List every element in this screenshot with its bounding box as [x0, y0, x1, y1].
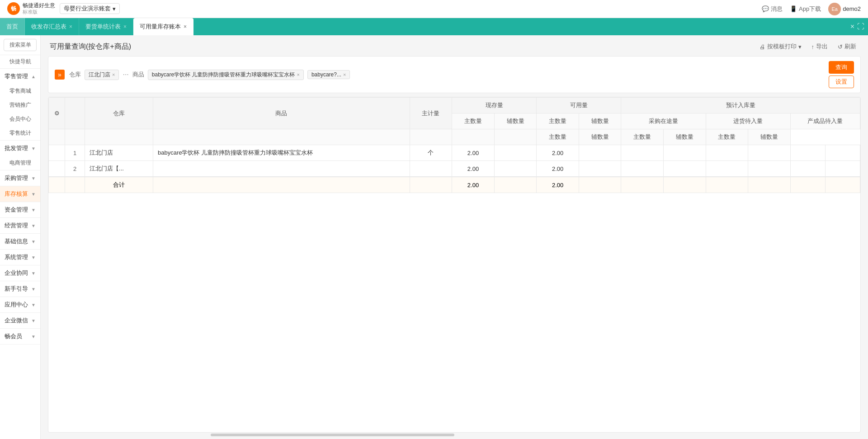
col-product-pending-aux: 辅数量	[748, 129, 791, 145]
phone-icon: 📱	[790, 5, 797, 12]
chevron-down-icon4: ▼	[31, 208, 36, 212]
table-header-row3: 主数量 辅数量 主数量 辅数量 主数量 辅数量	[49, 129, 860, 145]
sidebar-finance-header[interactable]: 资金管理 ▼	[0, 202, 40, 217]
chevron-down-icon7: ▼	[31, 255, 36, 260]
chevron-down-icon9: ▼	[31, 287, 36, 292]
message-icon: 💬	[762, 5, 769, 12]
product-tag2: babycare?... ×	[307, 70, 350, 79]
tab-close-receipt[interactable]: ×	[69, 24, 72, 30]
warehouse-more-btn[interactable]: ···	[123, 71, 128, 79]
col-current-main-header: 主数量	[452, 113, 495, 129]
tab-available-stock[interactable]: 可用量库存账本 ×	[133, 18, 193, 35]
sidebar-member-header[interactable]: 畅会员 ▼	[0, 329, 40, 344]
col-product-header: 商品	[153, 98, 410, 129]
sidebar-section-purchase: 采购管理 ▼	[0, 170, 40, 186]
message-btn[interactable]: 💬 消息	[762, 5, 783, 13]
col-purchase-onway-main: 主数量	[537, 129, 579, 145]
col-available-header: 可用量	[537, 98, 621, 113]
logo-icon: 畅	[7, 2, 20, 15]
refresh-btn[interactable]: ↺ 刷新	[835, 41, 859, 52]
data-table: ⚙ 仓库 商品 主计量 现存量 可用量 预计入库量 主数量 辅数量 主数量	[48, 97, 860, 193]
product-label: 商品	[132, 71, 144, 79]
sidebar-section-retail: 零售管理 ▲ 零售商城 营销推广 会员中心 零售统计	[0, 69, 40, 141]
col-avail-main-header: 主数量	[537, 113, 579, 129]
sidebar-newbie-header[interactable]: 新手引导 ▼	[0, 281, 40, 297]
warehouse-label: 仓库	[69, 71, 81, 79]
table-footer: 合计 2.00 2.00	[49, 177, 860, 193]
top-bar-right: 💬 消息 📱 App下载 Ea demo2	[762, 3, 861, 15]
table-body: 1 江北门店 babycare学饮杯 儿童防摔防撞吸管杯重力球吸嘴杯宝宝水杯 个…	[49, 145, 860, 177]
settings-col-header[interactable]: ⚙	[49, 98, 65, 129]
warehouse-tag: 江北门店 ×	[85, 70, 119, 80]
chevron-down-icon8: ▼	[31, 271, 36, 276]
print-icon: 🖨	[760, 43, 765, 50]
app-download-btn[interactable]: 📱 App下载	[790, 5, 821, 13]
sidebar-basic-header[interactable]: 基础信息 ▼	[0, 234, 40, 249]
col-current-stock-header: 现存量	[452, 98, 537, 113]
sidebar-retail-header[interactable]: 零售管理 ▲	[0, 69, 40, 84]
tab-receipt-summary[interactable]: 收发存汇总表 ×	[25, 18, 79, 35]
sidebar: 搜索菜单 快捷导航 零售管理 ▲ 零售商城 营销推广 会员中心 零售统计 批发管…	[0, 35, 41, 439]
sidebar-system-header[interactable]: 系统管理 ▼	[0, 250, 40, 265]
chevron-down-icon: ▾	[113, 5, 116, 12]
sidebar-section-system: 系统管理 ▼	[0, 250, 40, 265]
filter-row: 仓库 江北门店 × ··· 商品 babycare学饮杯 儿童防摔防撞吸管杯重力…	[69, 70, 824, 80]
sidebar-section-appcenter: 应用中心 ▼	[0, 297, 40, 313]
sidebar-wholesale-header[interactable]: 批发管理 ▼	[0, 141, 40, 156]
footer-total-row: 合计 2.00 2.00	[49, 177, 860, 193]
sidebar-enterprise-wx-header[interactable]: 企业微信 ▼	[0, 313, 40, 328]
tab-close-available[interactable]: ×	[184, 24, 187, 30]
sidebar-operations-header[interactable]: 经营管理 ▼	[0, 218, 40, 233]
col-num-header	[65, 98, 85, 129]
col-avail-aux-header: 辅数量	[579, 113, 621, 129]
product-tag2-close[interactable]: ×	[343, 72, 346, 77]
chevron-down-icon5: ▼	[31, 223, 36, 228]
query-btn[interactable]: 查询	[829, 61, 854, 74]
search-menu-btn[interactable]: 搜索菜单	[4, 39, 37, 51]
logo-text: 畅捷通好生意	[23, 2, 55, 9]
print-template-btn[interactable]: 🖨 按模板打印 ▾	[757, 41, 804, 52]
col-current-aux-header: 辅数量	[494, 113, 537, 129]
page-header: 可用量查询(按仓库+商品) 🖨 按模板打印 ▾ ↑ 导出 ↺ 刷新	[41, 35, 868, 56]
sidebar-item-member-center[interactable]: 会员中心	[0, 112, 40, 126]
sidebar-inventory-header[interactable]: 库存核算 ▼	[0, 186, 40, 202]
user-area[interactable]: Ea demo2	[828, 3, 861, 15]
tab-order-stats[interactable]: 要货单统计表 ×	[79, 18, 133, 35]
tab-home[interactable]: 首页	[0, 18, 25, 35]
col-unit-header: 主计量	[410, 98, 452, 129]
sidebar-item-retail-mall[interactable]: 零售商城	[0, 84, 40, 98]
tab-close-order[interactable]: ×	[123, 24, 127, 30]
industry-select[interactable]: 母婴行业演示账套 ▾	[60, 3, 120, 14]
chevron-down-icon10: ▼	[31, 302, 36, 307]
page-actions: 🖨 按模板打印 ▾ ↑ 导出 ↺ 刷新	[757, 41, 859, 52]
tab-fullscreen-btn[interactable]: ⛶	[857, 23, 864, 31]
table-row: 1 江北门店 babycare学饮杯 儿童防摔防撞吸管杯重力球吸嘴杯宝宝水杯 个…	[49, 145, 860, 161]
sidebar-appcenter-header[interactable]: 应用中心 ▼	[0, 297, 40, 312]
bottom-scrollbar[interactable]	[48, 433, 861, 437]
page-title: 可用量查询(按仓库+商品)	[50, 42, 131, 52]
username-label: demo2	[843, 5, 861, 12]
sidebar-section-wholesale: 批发管理 ▼ 电商管理	[0, 141, 40, 170]
warehouse-tag-close[interactable]: ×	[112, 72, 115, 77]
tab-close-all-btn[interactable]: ×	[850, 23, 854, 31]
setting-btn[interactable]: 设置	[829, 76, 854, 88]
avatar: Ea	[828, 3, 841, 15]
table-container: ⚙ 仓库 商品 主计量 现存量 可用量 预计入库量 主数量 辅数量 主数量	[48, 97, 861, 433]
col-inbound-pending-main: 主数量	[621, 129, 664, 145]
sidebar-search-area: 搜索菜单	[0, 35, 40, 55]
footer-label: 合计	[85, 177, 153, 193]
scrollbar-thumb	[211, 434, 454, 436]
sidebar-item-retail-stats[interactable]: 零售统计	[0, 126, 40, 140]
col-purchase-onway-header: 采购在途量	[621, 113, 706, 129]
sidebar-enterprise-header[interactable]: 企业协同 ▼	[0, 265, 40, 281]
filter-actions: 查询 设置	[829, 61, 854, 88]
product-tag1-close[interactable]: ×	[297, 72, 299, 77]
chevron-down-icon11: ▼	[31, 318, 36, 323]
filter-toggle-btn[interactable]: »	[55, 70, 65, 80]
quick-nav-btn[interactable]: 快捷导航	[0, 55, 40, 69]
footer-current-main: 2.00	[452, 177, 495, 193]
sidebar-item-ecommerce[interactable]: 电商管理	[0, 156, 40, 170]
sidebar-purchase-header[interactable]: 采购管理 ▼	[0, 170, 40, 186]
export-btn[interactable]: ↑ 导出	[809, 41, 831, 52]
sidebar-item-marketing[interactable]: 营销推广	[0, 98, 40, 112]
